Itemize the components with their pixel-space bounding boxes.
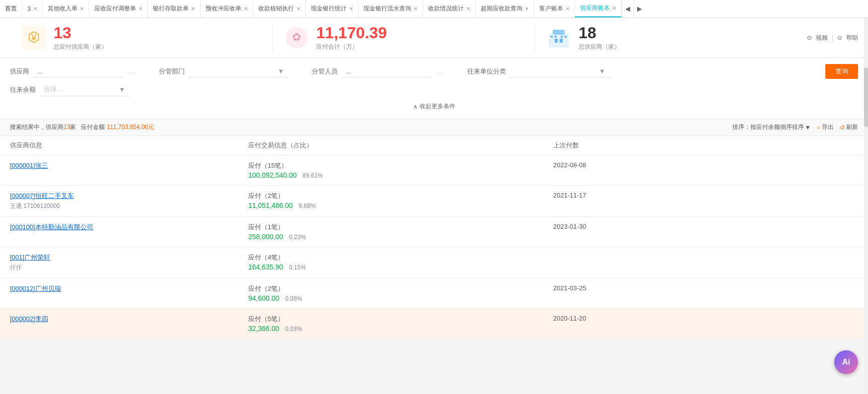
svg-rect-11 bbox=[561, 36, 563, 38]
scrollbar-thumb[interactable] bbox=[864, 67, 868, 127]
tab-adjust[interactable]: 应收应付调整单 ✕ bbox=[89, 0, 148, 17]
tab-supplier-ledger[interactable]: 供应商账本 ✕ bbox=[575, 0, 622, 17]
table-row: [000100]本特勤油品有限公司 应付（1笔） 258,000.00 0.23… bbox=[0, 217, 868, 247]
tx-label: 应付（4笔） bbox=[248, 253, 553, 262]
tx-amount[interactable]: 164,635.90 bbox=[248, 263, 283, 271]
tab-cash-flow[interactable]: 现金银行流水查询 ✕ bbox=[359, 0, 423, 17]
refresh-button[interactable]: ↺ 刷新 bbox=[840, 123, 858, 131]
close-tab-advance[interactable]: ✕ bbox=[244, 6, 248, 11]
tab-home[interactable]: 首页 bbox=[0, 0, 22, 17]
tab-collection[interactable]: 收款核销执行 ✕ bbox=[253, 0, 306, 17]
svg-text:¥: ¥ bbox=[31, 33, 37, 43]
supplier-link[interactable]: [001]广州荣轩 bbox=[10, 253, 248, 262]
table-row: [000012]广州贝瑞 应付（2笔） 94,600.00 0.08% 2021… bbox=[0, 278, 868, 309]
tab-receipt-stat[interactable]: 收款情况统计 ✕ bbox=[423, 0, 476, 17]
tx-label: 应付（5笔） bbox=[248, 315, 553, 324]
stat2-icon: ✿ bbox=[283, 24, 310, 52]
tab-3[interactable]: 3 ✕ bbox=[22, 0, 43, 17]
tab-advance[interactable]: 预收冲应收单 ✕ bbox=[201, 0, 253, 17]
col-supplier-info: 供应商信息 bbox=[10, 141, 248, 150]
person-input[interactable] bbox=[342, 66, 431, 77]
filter-person: 分管人员 … bbox=[312, 66, 443, 77]
close-tab-supplier-ledger[interactable]: ✕ bbox=[612, 5, 616, 11]
close-tab-customer-ledger[interactable]: ✕ bbox=[566, 6, 570, 11]
close-tab-3[interactable]: ✕ bbox=[33, 6, 37, 11]
top-right-links: ⊙ 视频 | ⊙ 帮助 bbox=[797, 34, 858, 42]
category-select[interactable]: ▼ bbox=[510, 66, 609, 77]
tab-bank[interactable]: 银行存取款单 ✕ bbox=[148, 0, 201, 17]
tx-amount[interactable]: 94,600.00 bbox=[248, 294, 279, 302]
nav-next-arrow[interactable]: ▶ bbox=[634, 0, 646, 17]
tab-customer-ledger[interactable]: 客户账本 ✕ bbox=[534, 0, 575, 17]
category-arrow-icon: ▼ bbox=[599, 67, 605, 75]
close-tab-receipt-stat[interactable]: ✕ bbox=[466, 6, 470, 11]
tx-info-cell: 应付（1笔） 258,000.00 0.23% bbox=[248, 223, 553, 241]
svg-rect-6 bbox=[553, 30, 565, 35]
stat1-label: 总应付供应商（家） bbox=[54, 43, 107, 51]
last-payment-cell: 2021-03-25 bbox=[553, 284, 858, 292]
stat-payable-suppliers: ⬡ ¥ 13 总应付供应商（家） bbox=[10, 24, 273, 52]
balance-select[interactable]: 选择... ▼ bbox=[40, 83, 129, 96]
link-divider: | bbox=[832, 34, 833, 41]
supplier-sub: 仔仔 bbox=[10, 263, 248, 272]
close-tab-cash-flow[interactable]: ✕ bbox=[414, 6, 418, 11]
nav-prev-arrow[interactable]: ◀ bbox=[622, 0, 634, 17]
last-payment-cell: 2022-08-08 bbox=[553, 161, 858, 169]
tab-overdue[interactable]: 超期应收款查询 ✕ bbox=[476, 0, 534, 17]
search-button[interactable]: 查询 bbox=[825, 64, 858, 79]
table-row: [000007]恒旺二手叉车 王通 17106110000 应付（2笔） 11,… bbox=[0, 186, 868, 217]
tx-amount[interactable]: 258,000.00 bbox=[248, 233, 283, 241]
close-tab-cash-stat[interactable]: ✕ bbox=[349, 6, 353, 11]
tx-info-cell: 应付（2笔） 94,600.00 0.08% bbox=[248, 284, 553, 302]
sort-button[interactable]: 排序：按应付余额倒序排序 ▼ bbox=[732, 123, 811, 131]
tx-amount[interactable]: 11,051,486.00 bbox=[248, 201, 293, 209]
supplier-expand-icon[interactable]: … bbox=[129, 68, 135, 75]
tx-percent: 89.61% bbox=[302, 172, 323, 179]
tx-percent: 9.89% bbox=[299, 202, 316, 209]
circle-icon: ⊙ bbox=[807, 34, 812, 41]
close-tab-adjust[interactable]: ✕ bbox=[139, 6, 143, 11]
supplier-link[interactable]: [000012]广州贝瑞 bbox=[10, 284, 248, 293]
stats-bar: ⬡ ¥ 13 总应付供应商（家） ✿ 11,170.39 应付合计（万） bbox=[0, 18, 868, 58]
stat-total-suppliers: 18 总供应商（家） bbox=[535, 24, 797, 52]
result-supplier-count: 13 bbox=[64, 124, 70, 131]
svg-text:✿: ✿ bbox=[292, 31, 301, 43]
top-navigation: 首页 3 ✕ 其他收入单 ✕ 应收应付调整单 ✕ 银行存取款单 ✕ 预收冲应收单… bbox=[0, 0, 868, 18]
close-tab-other-income[interactable]: ✕ bbox=[80, 6, 84, 11]
tx-info-cell: 应付（5笔） 32,366.00 0.03% bbox=[248, 315, 553, 332]
supplier-link[interactable]: [000100]本特勤油品有限公司 bbox=[10, 223, 248, 232]
video-link[interactable]: 视频 bbox=[816, 34, 828, 42]
help-link[interactable]: 帮助 bbox=[846, 34, 858, 42]
collapse-button[interactable]: ∧ 收起更多条件 bbox=[407, 100, 461, 113]
tx-amount[interactable]: 100,092,540.00 bbox=[248, 171, 296, 179]
svg-rect-12 bbox=[565, 36, 567, 38]
supplier-input[interactable] bbox=[33, 66, 123, 77]
supplier-info-cell: [000002]李四 bbox=[10, 315, 248, 324]
close-tab-bank[interactable]: ✕ bbox=[191, 6, 195, 11]
supplier-info-cell: [000001]张三 bbox=[10, 161, 248, 170]
dept-arrow-icon: ▼ bbox=[278, 67, 284, 75]
collapse-up-icon: ∧ bbox=[413, 103, 418, 110]
close-tab-collection[interactable]: ✕ bbox=[296, 6, 300, 11]
supplier-link[interactable]: [000001]张三 bbox=[10, 161, 248, 170]
supplier-sub: 王通 17106110000 bbox=[10, 202, 248, 210]
svg-rect-9 bbox=[551, 36, 553, 38]
dept-select[interactable]: ▼ bbox=[189, 66, 288, 77]
export-button[interactable]: ○ 导出 bbox=[817, 123, 834, 131]
person-expand-icon[interactable]: … bbox=[437, 68, 443, 75]
col-tx-info: 应付交易信息（占比） bbox=[248, 141, 553, 150]
supplier-link[interactable]: [000007]恒旺二手叉车 bbox=[10, 192, 248, 200]
supplier-info-cell: [000012]广州贝瑞 bbox=[10, 284, 248, 293]
last-payment-cell: 2023-01-30 bbox=[553, 223, 858, 230]
supplier-link[interactable]: [000002]李四 bbox=[10, 315, 248, 324]
filter-row-2: 往来余额 选择... ▼ bbox=[10, 83, 858, 96]
tab-cash-stat[interactable]: 现金银行统计 ✕ bbox=[306, 0, 359, 17]
close-tab-overdue[interactable]: ✕ bbox=[525, 6, 529, 11]
svg-rect-10 bbox=[555, 36, 557, 38]
tx-amount[interactable]: 32,366.00 bbox=[248, 325, 279, 332]
result-amount: 111,703,854.00元 bbox=[107, 124, 154, 131]
filter-section: 供应商 … 分管部门 ▼ 分管人员 … 往来单位分类 ▼ 查询 往来余额 bbox=[0, 58, 868, 119]
tab-other-income[interactable]: 其他收入单 ✕ bbox=[43, 0, 89, 17]
table-header: 供应商信息 应付交易信息（占比） 上次付数 bbox=[0, 136, 868, 155]
svg-rect-8 bbox=[560, 39, 563, 43]
